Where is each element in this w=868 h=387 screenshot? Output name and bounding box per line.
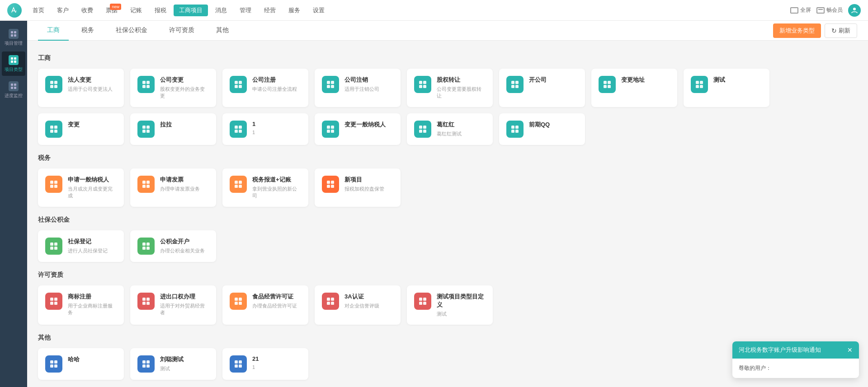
svg-rect-97: [54, 302, 57, 305]
svg-rect-91: [146, 242, 150, 246]
nav-item-经营[interactable]: 经营: [259, 5, 281, 16]
nav-item-工商项目[interactable]: 工商项目: [174, 5, 208, 16]
card-icon: [45, 176, 62, 193]
card-申请发票[interactable]: 申请发票办理申请发票业务: [130, 168, 216, 207]
card-社保登记[interactable]: 社保登记进行人员社保登记: [38, 230, 124, 262]
sidebar-item-项目类型[interactable]: 项目类型: [2, 51, 25, 76]
card-icon: [137, 238, 155, 255]
nav-item-客户[interactable]: 客户: [52, 5, 74, 16]
card-text: 11: [252, 121, 301, 136]
card-3A认证[interactable]: 3A认证对企业信誉评级: [315, 285, 401, 325]
refresh-button[interactable]: ↻ 刷新: [825, 23, 857, 38]
card-desc: 1: [252, 129, 301, 136]
svg-rect-99: [146, 298, 150, 301]
user-avatar[interactable]: [848, 4, 861, 17]
card-text: 进出口权办理适用于对外贸易经营者: [160, 293, 209, 317]
card-前期QQ[interactable]: 前期QQ: [499, 113, 585, 145]
card-公积金开户[interactable]: 公积金开户办理公积金相关业务: [130, 230, 216, 262]
card-公司注销[interactable]: 公司注销适用于注销公司: [315, 69, 401, 107]
card-icon: [45, 121, 62, 138]
card-公司变更[interactable]: 公司变更股权变更外的业务变更: [130, 69, 216, 107]
card-icon: [322, 76, 339, 93]
card-text: 变更一般纳税人: [344, 121, 393, 131]
nav-item-设置[interactable]: 设置: [307, 5, 330, 16]
svg-rect-85: [331, 185, 334, 188]
svg-rect-28: [327, 85, 330, 88]
card-开公司[interactable]: 开公司: [499, 69, 585, 107]
card-测试项目类型目定义[interactable]: 测试项目类型目定义测试: [407, 285, 493, 325]
card-申请一般纳税人[interactable]: 申请一般纳税人当月或次月成变更完成: [38, 168, 124, 207]
svg-rect-110: [419, 298, 422, 301]
svg-rect-120: [142, 364, 146, 368]
member-button[interactable]: 畅会员: [816, 6, 843, 14]
fullscreen-button[interactable]: 全屏: [790, 6, 811, 14]
sidebar-icon: [9, 55, 19, 65]
notification-popup: 河北税务数字账户升级影响通知 ✕ 尊敬的用户：: [732, 341, 859, 378]
new-type-button[interactable]: 新增业务类型: [773, 23, 821, 38]
card-title: 21: [252, 355, 301, 362]
card-1[interactable]: 11: [222, 113, 308, 145]
card-股权转让[interactable]: 股权转让公司变更需要股权转让: [407, 69, 493, 107]
nav-item-管理[interactable]: 管理: [234, 5, 257, 16]
card-刘聪测试[interactable]: 刘聪测试测试: [130, 348, 216, 380]
card-食品经营许可证[interactable]: 食品经营许可证办理食品经营许可证: [222, 285, 308, 325]
svg-rect-61: [331, 130, 334, 133]
card-text: 测试: [713, 76, 762, 86]
svg-rect-16: [50, 85, 53, 88]
card-新项目[interactable]: 新项目报税加税控盘保管: [315, 168, 401, 207]
card-icon: [137, 176, 155, 193]
subtab-其他[interactable]: 其他: [207, 21, 238, 41]
nav-item-收费[interactable]: 收费: [76, 5, 99, 16]
card-变更一般纳税人[interactable]: 变更一般纳税人: [315, 113, 401, 145]
card-desc: 进行人员社保登记: [68, 247, 117, 254]
card-icon: [506, 121, 524, 138]
nav-item-服务[interactable]: 服务: [283, 5, 306, 16]
member-icon: [816, 7, 825, 14]
subtab-社保公积金[interactable]: 社保公积金: [107, 21, 156, 41]
nav-item-记账[interactable]: 记账: [125, 5, 147, 16]
svg-rect-48: [50, 130, 53, 133]
card-text: 211: [252, 355, 301, 371]
nav-item-报税[interactable]: 报税: [149, 5, 172, 16]
card-icon: [322, 293, 339, 310]
card-进出口权办理[interactable]: 进出口权办理适用于对外贸易经营者: [130, 285, 216, 325]
notification-close-button[interactable]: ✕: [847, 346, 853, 354]
subtab-工商[interactable]: 工商: [38, 21, 69, 41]
svg-rect-45: [700, 85, 703, 88]
card-哈哈[interactable]: 哈哈: [38, 348, 124, 380]
card-公司注册[interactable]: 公司注册申请公司注册全流程: [222, 69, 308, 107]
card-拉拉[interactable]: 拉拉: [130, 113, 216, 145]
svg-rect-10: [11, 84, 13, 86]
card-变更[interactable]: 变更: [38, 113, 124, 145]
card-21[interactable]: 211: [222, 348, 308, 380]
svg-rect-49: [54, 130, 57, 133]
svg-rect-40: [604, 85, 607, 88]
nav-item-首页[interactable]: 首页: [27, 5, 50, 16]
svg-rect-19: [146, 81, 150, 84]
subtab-税务[interactable]: 税务: [72, 21, 103, 41]
svg-rect-18: [142, 81, 146, 84]
card-测试[interactable]: 测试: [684, 69, 769, 107]
svg-rect-94: [50, 298, 53, 301]
card-葛红红[interactable]: 葛红红葛红红测试: [407, 113, 493, 145]
svg-rect-24: [235, 85, 238, 88]
svg-rect-115: [54, 360, 57, 364]
member-label: 畅会员: [826, 6, 843, 14]
subtab-许可资质[interactable]: 许可资质: [160, 21, 203, 41]
card-变更地址[interactable]: 变更地址: [591, 69, 677, 107]
card-title: 哈哈: [68, 355, 117, 364]
card-商标注册[interactable]: 商标注册用于企业商标注册服务: [38, 285, 124, 325]
card-税务报道+记账[interactable]: 税务报道+记账拿到营业执照的新公司: [222, 168, 308, 207]
nav-item-票据[interactable]: 票据new: [100, 5, 123, 16]
nav-item-消息[interactable]: 消息: [210, 5, 232, 16]
sidebar-item-进度监控[interactable]: 进度监控: [2, 78, 25, 102]
card-text: 前期QQ: [529, 121, 578, 131]
sidebar-item-项目管理[interactable]: 项目管理: [2, 25, 25, 50]
section-title-税务: 税务: [38, 154, 857, 162]
sub-tabs-bar: 工商税务社保公积金许可资质其他 新增业务类型 ↻ 刷新: [27, 21, 868, 41]
card-icon: [230, 176, 247, 193]
svg-rect-75: [146, 181, 150, 184]
svg-rect-2: [11, 31, 13, 33]
card-法人变更[interactable]: 法人变更适用于公司变更法人: [38, 69, 124, 107]
svg-rect-70: [50, 181, 53, 184]
